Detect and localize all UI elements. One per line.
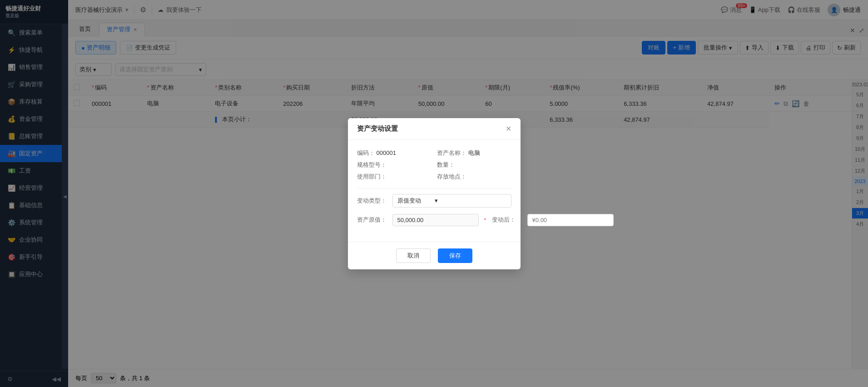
- change-type-value: 原值变动: [397, 197, 421, 205]
- modal-spec-item: 规格型号：: [357, 161, 432, 169]
- modal-title: 资产变动设置: [357, 124, 398, 133]
- change-type-dropdown-icon: ▾: [435, 197, 438, 204]
- modal-change-type-row: 变动类型： 原值变动 ▾: [357, 194, 511, 208]
- change-type-label: 变动类型：: [357, 197, 389, 205]
- modal-divider: [357, 188, 511, 189]
- save-button[interactable]: 保存: [438, 248, 472, 263]
- cancel-button[interactable]: 取消: [396, 248, 431, 263]
- modal-close-btn[interactable]: ✕: [506, 124, 511, 133]
- modal-body: 编码： 000001 资产名称： 电脑 规格型号： 数量： 使用部门：: [348, 140, 521, 242]
- after-value-input[interactable]: [527, 214, 614, 226]
- modal-overlay: 资产变动设置 ✕ 编码： 000001 资产名称： 电脑 规格型号： 数量：: [0, 0, 868, 387]
- asset-change-modal: 资产变动设置 ✕ 编码： 000001 资产名称： 电脑 规格型号： 数量：: [348, 118, 521, 269]
- modal-name-item: 资产名称： 电脑: [437, 149, 511, 157]
- original-value-input[interactable]: [392, 214, 479, 226]
- after-label: 变动后：: [492, 216, 524, 224]
- modal-quantity-item: 数量：: [437, 161, 511, 169]
- modal-dept-item: 使用部门：: [357, 173, 432, 181]
- modal-code-item: 编码： 000001: [357, 149, 432, 157]
- change-type-select[interactable]: 原值变动 ▾: [392, 194, 511, 208]
- modal-footer: 取消 保存: [348, 242, 521, 269]
- original-value-label: 资产原值：: [357, 216, 389, 224]
- modal-header: 资产变动设置 ✕: [348, 118, 521, 140]
- modal-value-row: 资产原值： * 变动后：: [357, 214, 511, 226]
- modal-info-grid: 编码： 000001 资产名称： 电脑 规格型号： 数量： 使用部门：: [357, 149, 511, 181]
- modal-location-item: 存放地点：: [437, 173, 511, 181]
